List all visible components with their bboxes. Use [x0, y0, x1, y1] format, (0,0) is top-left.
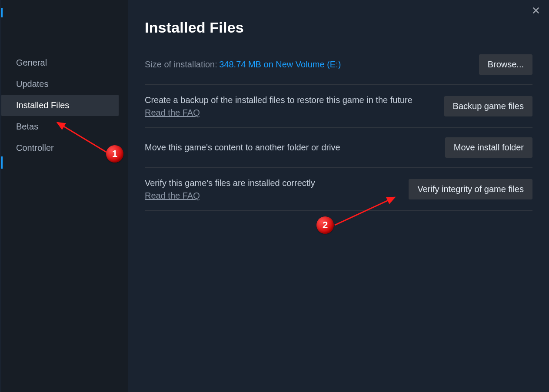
main-panel: Installed Files Size of installation: 34… — [128, 0, 549, 392]
size-value: 348.74 MB on New Volume (E:) — [219, 60, 341, 69]
sidebar-item-label: Installed Files — [16, 100, 69, 110]
sidebar-item-installed-files[interactable]: Installed Files — [1, 95, 119, 116]
verify-row: Verify this game's files are installed c… — [145, 168, 532, 211]
sidebar-item-updates[interactable]: Updates — [1, 73, 119, 95]
sidebar-item-controller[interactable]: Controller — [1, 137, 119, 159]
sidebar-item-label: Controller — [16, 143, 54, 153]
accent-bar — [1, 156, 3, 169]
sidebar: General Updates Installed Files Betas Co… — [1, 0, 128, 392]
move-button[interactable]: Move install folder — [445, 137, 532, 158]
backup-row: Create a backup of the installed files t… — [145, 85, 532, 128]
sidebar-item-general[interactable]: General — [1, 52, 119, 73]
sidebar-item-label: Betas — [16, 122, 38, 131]
sidebar-item-label: Updates — [16, 79, 49, 89]
browse-button[interactable]: Browse... — [479, 54, 532, 75]
verify-button[interactable]: Verify integrity of game files — [409, 179, 532, 199]
move-row: Move this game's content to another fold… — [145, 128, 532, 168]
backup-faq-link[interactable]: Read the FAQ — [145, 108, 200, 118]
accent-bar — [1, 8, 3, 17]
properties-window: General Updates Installed Files Betas Co… — [0, 0, 549, 392]
backup-desc: Create a backup of the installed files t… — [145, 94, 423, 106]
verify-faq-link[interactable]: Read the FAQ — [145, 191, 200, 201]
verify-desc: Verify this game's files are installed c… — [145, 177, 398, 189]
sidebar-item-label: General — [16, 58, 47, 67]
backup-button[interactable]: Backup game files — [444, 96, 532, 116]
move-desc: Move this game's content to another fold… — [145, 142, 423, 153]
size-row: Size of installation: 348.74 MB on New V… — [145, 54, 532, 85]
page-title: Installed Files — [145, 19, 532, 36]
sidebar-item-betas[interactable]: Betas — [1, 116, 119, 137]
size-label: Size of installation: — [145, 60, 217, 69]
